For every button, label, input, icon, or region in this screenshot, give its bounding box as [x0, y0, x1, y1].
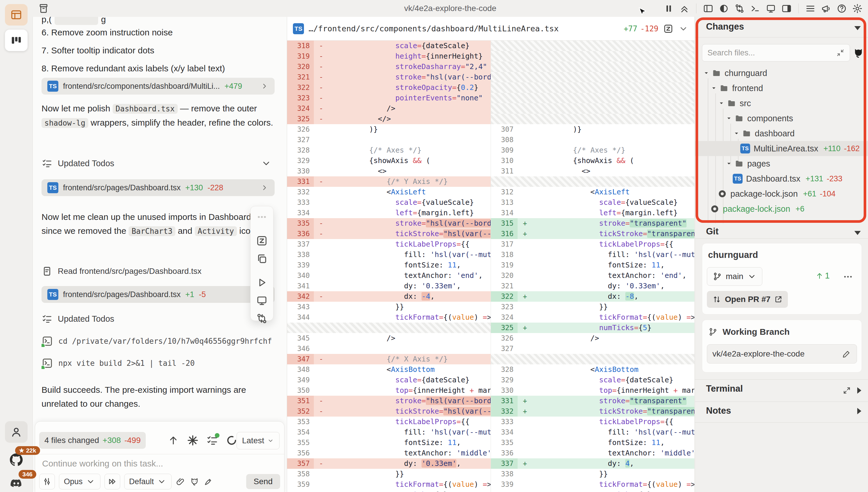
play-icon[interactable] [256, 276, 268, 289]
more-actions-icon[interactable] [842, 271, 853, 282]
tree-caret-icon[interactable] [725, 115, 733, 122]
copy-icon[interactable] [256, 253, 268, 265]
help-icon[interactable] [836, 3, 847, 14]
mode-dropdown[interactable]: Default [124, 474, 172, 489]
spark-icon[interactable] [187, 434, 199, 446]
terminal-command-row[interactable]: cd /private/var/folders/10/h7w0q46556ggr… [42, 335, 272, 347]
tree-caret-icon[interactable] [710, 84, 718, 92]
tree-item-pages[interactable]: pages [695, 156, 859, 171]
expand-triangle-icon[interactable] [857, 408, 861, 414]
monitor-icon[interactable] [256, 294, 268, 306]
cat-icon[interactable] [190, 476, 200, 487]
model-dropdown[interactable]: Opus [59, 474, 100, 489]
megaphone-icon[interactable] [821, 3, 831, 14]
tree-caret-icon[interactable] [718, 99, 725, 107]
working-branch-input[interactable]: vk/4e2a-explore-the-code [707, 344, 857, 364]
attach-icon[interactable] [175, 476, 186, 487]
expand-triangle-icon[interactable] [857, 387, 861, 394]
diff-row: 329 {showAxis && (310 {showAxis && ( [287, 155, 695, 166]
tree-item-churnguard[interactable]: churnguard [695, 66, 859, 81]
rail-workspace-button[interactable] [5, 4, 28, 26]
code-text: textAnchor: 'middle', [334, 448, 491, 458]
collapse-up-icon[interactable] [679, 3, 690, 14]
file-diff-stats: +131-233 [805, 174, 842, 183]
diff-marker [518, 375, 538, 385]
menu-icon[interactable] [805, 3, 816, 14]
panel-left-icon[interactable] [703, 3, 713, 14]
updated-todos-row[interactable]: Updated Todos [42, 158, 272, 169]
github-cat-icon[interactable] [852, 47, 864, 58]
code-text: top={innerHeight + margin.top} [334, 385, 491, 396]
tree-caret-icon[interactable] [725, 160, 733, 167]
line-number: 321 [287, 72, 314, 82]
tree-item-src[interactable]: src [695, 96, 859, 111]
line-number: 329 [491, 375, 518, 385]
terminal-command-row[interactable]: npx vite build 2>&1 | tail -20 [42, 358, 272, 369]
diff-line: 308 [491, 134, 695, 145]
line-number: 359 [287, 479, 314, 490]
panel-right-icon[interactable] [781, 3, 792, 14]
archive-icon[interactable] [38, 3, 49, 14]
send-button[interactable]: Send [246, 474, 280, 489]
tree-item-dashboard-tsx[interactable]: TSDashboard.tsx+131-233 [695, 171, 859, 186]
git-compare-icon[interactable] [256, 313, 268, 325]
open-in-editor-icon[interactable] [663, 24, 674, 34]
diff-marker [518, 479, 538, 490]
collapse-triangle-icon[interactable] [854, 26, 861, 30]
diff-row: 335- stroke="hsl(var(--border))"315+ str… [287, 218, 695, 228]
settings-sliders-button[interactable] [39, 474, 55, 489]
todos-status-icon[interactable] [206, 434, 218, 446]
edit-pencil-icon[interactable] [842, 349, 851, 359]
tree-item-components[interactable]: components [695, 111, 859, 126]
diff-line: 325+ numTicks={5} [491, 323, 695, 333]
tree-item-multilinearea-tsx[interactable]: TSMultiLineArea.tsx+110-162 [695, 141, 868, 156]
diff-marker [314, 427, 334, 438]
diff-row: 347- {/* X Axis */} [287, 354, 695, 364]
theme-icon[interactable] [719, 3, 729, 14]
updated-todos-row[interactable]: Updated Todos [42, 313, 272, 324]
rail-boards-button[interactable] [5, 30, 28, 51]
scroll-top-icon[interactable] [167, 434, 180, 446]
file-chip-multilinearea[interactable]: TS frontend/src/components/dashboard/Mul… [42, 78, 275, 95]
rail-account-button[interactable] [5, 421, 28, 443]
diff-file-path: …/frontend/src/components/dashboard/Mult… [309, 24, 559, 33]
tree-item-package-lock-json[interactable]: package-lock.json+6 [695, 201, 859, 216]
settings-icon[interactable] [852, 3, 863, 14]
line-number: 323 [287, 93, 314, 103]
file-chip-dashboard-1[interactable]: TS frontend/src/pages/Dashboard.tsx +130… [42, 179, 275, 196]
monitor-icon[interactable] [766, 3, 776, 14]
search-input[interactable] [707, 48, 836, 58]
diff-marker [518, 197, 538, 208]
collapse-triangle-icon[interactable] [854, 231, 861, 235]
version-dropdown[interactable]: Latest [237, 432, 280, 449]
message-input[interactable]: Continue working on this task... [42, 459, 163, 468]
terminal-icon[interactable] [750, 3, 760, 14]
collapse-tree-icon[interactable] [836, 48, 845, 57]
file-chip-dashboard-2[interactable]: TS frontend/src/pages/Dashboard.tsx +1 -… [42, 286, 275, 303]
dots-icon[interactable] [256, 211, 268, 223]
chevron-down-icon[interactable] [678, 24, 688, 34]
diff-marker [518, 333, 538, 343]
line-number: 327 [287, 134, 314, 145]
code-text: left={margin.left} [334, 208, 491, 218]
base-branch-dropdown[interactable]: main [707, 267, 762, 286]
tree-caret-icon[interactable] [703, 69, 710, 77]
tree-item-dashboard[interactable]: dashboard [695, 126, 859, 141]
pen-icon[interactable] [204, 476, 213, 487]
git-compare-icon[interactable] [734, 3, 745, 14]
tree-caret-icon[interactable] [733, 130, 740, 137]
tree-item-package-lock-json[interactable]: package-lock.json+61-104 [695, 186, 859, 201]
pause-icon[interactable] [663, 3, 674, 14]
person-icon [9, 425, 23, 439]
diff-row: 325+ numTicks={5} [287, 323, 695, 333]
fast-forward-button[interactable] [104, 474, 120, 489]
files-changed-pill[interactable]: 4 files changed +308 -499 [39, 432, 146, 449]
code-text: scale={dateScale} [334, 375, 491, 385]
zed-icon[interactable] [256, 235, 268, 247]
tree-item-frontend[interactable]: frontend [695, 81, 859, 96]
open-pr-button[interactable]: Open PR #7 [707, 291, 788, 308]
code-text: fill: 'hsl(var(--muted-foreground))', [334, 427, 491, 438]
diff-body[interactable]: 318- scale={dateScale}319- height={inner… [287, 41, 695, 492]
read-file-row[interactable]: Read frontend/src/pages/Dashboard.tsx [42, 266, 272, 277]
expand-icon[interactable] [842, 386, 851, 395]
